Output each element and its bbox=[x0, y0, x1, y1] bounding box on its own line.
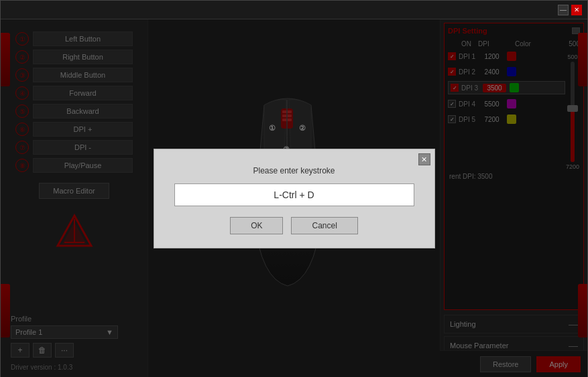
modal-cancel-button[interactable]: Cancel bbox=[291, 217, 357, 234]
modal-instruction: Please enter keystroke bbox=[174, 166, 414, 175]
modal-ok-button[interactable]: OK bbox=[230, 217, 283, 234]
keystroke-modal: ✕ Please enter keystroke L-Ctrl + D OK C… bbox=[154, 149, 435, 248]
close-button[interactable]: ✕ bbox=[571, 5, 582, 15]
app-window: — ✕ ①Left Button②Right Button③Middle But… bbox=[0, 0, 588, 377]
modal-close-button[interactable]: ✕ bbox=[418, 153, 430, 165]
modal-overlay: ✕ Please enter keystroke L-Ctrl + D OK C… bbox=[1, 19, 587, 377]
keystroke-display[interactable]: L-Ctrl + D bbox=[174, 183, 414, 206]
modal-buttons: OK Cancel bbox=[174, 217, 414, 234]
modal-body: Please enter keystroke L-Ctrl + D OK Can… bbox=[154, 149, 434, 248]
title-bar: — ✕ bbox=[1, 1, 587, 19]
main-content: ①Left Button②Right Button③Middle Button④… bbox=[1, 19, 587, 377]
minimize-button[interactable]: — bbox=[558, 5, 569, 15]
